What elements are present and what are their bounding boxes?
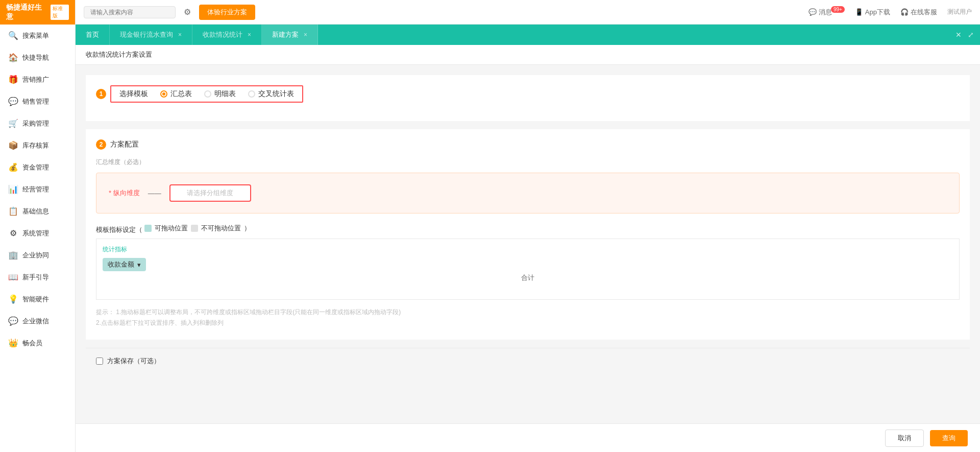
query-button[interactable]: 查询 bbox=[930, 430, 968, 446]
app-download-btn[interactable]: 📱 App下载 bbox=[855, 8, 890, 17]
bank-flow-tab-close[interactable]: × bbox=[178, 31, 182, 38]
dimension-group-title: 汇总维度（必选） bbox=[96, 158, 960, 166]
radio-detail[interactable]: 明细表 bbox=[204, 89, 236, 99]
footer-section: 方案保存（可选） bbox=[86, 348, 970, 374]
sidebar-item-quick-nav[interactable]: 🏠 快捷导航 bbox=[0, 46, 75, 68]
sidebar-item-label: 搜索菜单 bbox=[22, 31, 49, 40]
building-icon: 🏢 bbox=[8, 250, 18, 260]
sidebar-item-label: 畅会员 bbox=[22, 339, 42, 348]
settings-icon[interactable]: ⚙ bbox=[184, 7, 191, 17]
box-icon: 📦 bbox=[8, 140, 18, 150]
home-icon: 🏠 bbox=[8, 53, 18, 62]
metrics-section-label: 统计指标 bbox=[103, 245, 953, 254]
close-window-icon[interactable]: ✕ bbox=[955, 31, 962, 39]
sidebar-item-wechat[interactable]: 💬 企业微信 bbox=[0, 310, 75, 332]
sidebar-item-search-menu[interactable]: 🔍 搜索菜单 bbox=[0, 25, 75, 46]
clipboard-icon: 📋 bbox=[8, 206, 18, 216]
tab-home[interactable]: 首页 bbox=[76, 25, 110, 45]
logo-badge: 标准版 bbox=[51, 5, 69, 20]
cart-icon: 🛒 bbox=[8, 118, 18, 128]
radio-group-template: 汇总表 明细表 交叉统计表 bbox=[160, 89, 294, 99]
wechat-icon: 💬 bbox=[8, 316, 18, 326]
sidebar-item-label: 快捷导航 bbox=[22, 53, 49, 62]
sidebar-item-capital[interactable]: 💰 资金管理 bbox=[0, 156, 75, 178]
sidebar-item-marketing[interactable]: 🎁 营销推广 bbox=[0, 68, 75, 90]
sidebar-item-label: 采购管理 bbox=[22, 119, 49, 128]
radio-circle-cross bbox=[248, 90, 255, 98]
crown-icon: 👑 bbox=[8, 338, 18, 348]
dimension-area: * 纵向维度 —— 请选择分组维度 bbox=[96, 173, 960, 213]
hint-movable-label: 可拖动位置 bbox=[155, 224, 188, 233]
sidebar-item-label: 库存核算 bbox=[22, 141, 49, 150]
sidebar-item-corp[interactable]: 🏢 企业协同 bbox=[0, 244, 75, 266]
online-service-label: 在线客服 bbox=[911, 8, 937, 17]
money-icon: 💰 bbox=[8, 162, 18, 172]
section1-label: 选择模板 bbox=[119, 89, 148, 99]
sidebar-item-sales[interactable]: 💬 销售管理 bbox=[0, 90, 75, 112]
online-service-btn[interactable]: 🎧 在线客服 bbox=[900, 8, 937, 17]
message-btn[interactable]: 💬 消息 99+ bbox=[808, 8, 845, 17]
industry-btn[interactable]: 体验行业方案 bbox=[199, 5, 255, 20]
metrics-sub-tags-row: 合计 bbox=[103, 271, 953, 284]
section-config: 2 方案配置 汇总维度（必选） * 纵向维度 —— 请选择分组维度 模板指标 bbox=[86, 129, 970, 340]
metrics-tag-amount[interactable]: 收款金额 ▾ bbox=[103, 258, 146, 271]
metrics-container: 统计指标 收款金额 ▾ 合计 bbox=[96, 239, 960, 300]
radio-summary-label: 汇总表 bbox=[170, 89, 192, 99]
sidebar-item-system[interactable]: ⚙ 系统管理 bbox=[0, 222, 75, 244]
sales-icon: 💬 bbox=[8, 97, 18, 106]
sidebar-item-member[interactable]: 👑 畅会员 bbox=[0, 332, 75, 354]
fixed-hint-box bbox=[191, 225, 198, 232]
save-plan-checkbox[interactable] bbox=[96, 358, 103, 365]
topbar-right: 💬 消息 99+ 📱 App下载 🎧 在线客服 测试用户 bbox=[808, 8, 972, 17]
sidebar-item-label: 资金管理 bbox=[22, 163, 49, 172]
sidebar-item-label: 企业微信 bbox=[22, 317, 49, 326]
radio-summary[interactable]: 汇总表 bbox=[160, 89, 192, 99]
dimension-select[interactable]: 请选择分组维度 bbox=[169, 184, 251, 202]
radio-cross[interactable]: 交叉统计表 bbox=[248, 89, 294, 99]
new-plan-tab-close[interactable]: × bbox=[304, 31, 307, 38]
section1-num: 1 bbox=[96, 89, 106, 99]
sidebar-item-label: 经营管理 bbox=[22, 185, 49, 194]
section-template: 1 选择模板 汇总表 明细表 bbox=[86, 75, 970, 121]
sidebar-item-label: 智能硬件 bbox=[22, 295, 49, 304]
bulb-icon: 💡 bbox=[8, 294, 18, 304]
tab-bank-flow[interactable]: 现金银行流水查询 × bbox=[110, 25, 192, 45]
logo-text: 畅捷通好生意 bbox=[6, 3, 46, 21]
tab-new-plan[interactable]: 新建方案 × bbox=[262, 25, 318, 45]
sidebar-item-operation[interactable]: 📊 经营管理 bbox=[0, 178, 75, 200]
book-icon: 📖 bbox=[8, 272, 18, 282]
cancel-button[interactable]: 取消 bbox=[885, 430, 924, 447]
action-bar: 取消 查询 bbox=[76, 423, 980, 452]
sidebar-item-basic-info[interactable]: 📋 基础信息 bbox=[0, 200, 75, 222]
collection-stat-tab-label: 收款情况统计 bbox=[203, 30, 242, 39]
radio-detail-label: 明细表 bbox=[214, 89, 236, 99]
tabbar-controls: ✕ ⤢ bbox=[955, 31, 980, 39]
service-icon: 🎧 bbox=[900, 8, 909, 16]
sidebar-item-guide[interactable]: 📖 新手引导 bbox=[0, 266, 75, 288]
main-area: ⚙ 体验行业方案 💬 消息 99+ 📱 App下载 🎧 在线客服 测试用户 首页… bbox=[76, 0, 980, 452]
save-plan-label: 方案保存（可选） bbox=[107, 356, 160, 366]
home-tab-label: 首页 bbox=[86, 30, 99, 39]
gift-icon: 🎁 bbox=[8, 75, 18, 84]
tab-collection-stat[interactable]: 收款情况统计 × bbox=[192, 25, 262, 45]
template-highlight-box: 选择模板 汇总表 明细表 bbox=[110, 85, 303, 103]
message-badge: 99+ bbox=[831, 6, 845, 13]
sidebar-item-inventory[interactable]: 📦 库存核算 bbox=[0, 134, 75, 156]
app-download-label: App下载 bbox=[865, 8, 890, 17]
radio-dot-summary bbox=[162, 92, 165, 96]
search-input[interactable] bbox=[84, 6, 176, 18]
arrow-icon: —— bbox=[148, 189, 161, 197]
chart-icon: 📊 bbox=[8, 184, 18, 194]
sidebar: 畅捷通好生意 标准版 🔍 搜索菜单 🏠 快捷导航 🎁 营销推广 💬 销售管理 🛒… bbox=[0, 0, 76, 452]
sidebar-item-hardware[interactable]: 💡 智能硬件 bbox=[0, 288, 75, 310]
sidebar-item-purchase[interactable]: 🛒 采购管理 bbox=[0, 112, 75, 134]
new-plan-tab-label: 新建方案 bbox=[272, 30, 299, 39]
tip2: 2.点击标题栏下拉可设置排序、插入列和删除列 bbox=[96, 319, 960, 327]
section2-num: 2 bbox=[96, 139, 106, 150]
topbar: ⚙ 体验行业方案 💬 消息 99+ 📱 App下载 🎧 在线客服 测试用户 bbox=[76, 0, 980, 25]
collection-stat-tab-close[interactable]: × bbox=[248, 31, 251, 38]
section1-title: 1 选择模板 汇总表 明细表 bbox=[96, 85, 960, 103]
tips-section: 提示： 1.拖动标题栏可以调整布局，不可跨维度或指标区域拖动栏目字段(只能在同一… bbox=[96, 308, 960, 327]
maximize-icon[interactable]: ⤢ bbox=[968, 31, 974, 39]
sidebar-item-label: 营销推广 bbox=[22, 75, 49, 84]
